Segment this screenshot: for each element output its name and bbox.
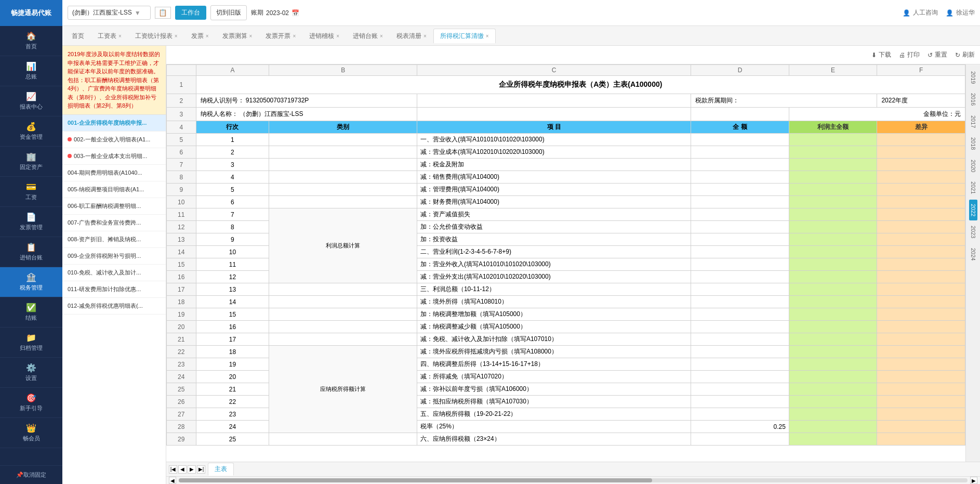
profit <box>789 421 877 433</box>
tab-invoice-issue[interactable]: 发票开票 × <box>259 29 302 43</box>
year-item-2016[interactable]: 2016 <box>969 89 977 110</box>
item: 减：弥补以前年度亏损（填写A106000） <box>417 383 691 396</box>
row-num: 21 <box>167 333 196 346</box>
row-num: 12 <box>167 221 196 233</box>
left-menu-item-009[interactable]: 009-企业所得税附补亏损明... <box>62 248 166 265</box>
tab-salary[interactable]: 工资表 × <box>91 29 128 43</box>
refresh-button[interactable]: ↻ 刷新 <box>955 50 975 59</box>
sidebar-item-member[interactable]: 👑 畅会员 <box>0 418 62 448</box>
reset-button[interactable]: ↺ 重置 <box>928 50 947 59</box>
horizontal-scrollbar[interactable]: ◀ ▶ <box>166 476 980 484</box>
amount <box>691 308 789 321</box>
sidebar-item-reports[interactable]: 📈 报表中心 <box>0 86 62 116</box>
left-menu-item-005[interactable]: 005-纳税调整项目明细表(A1... <box>62 181 166 198</box>
tab-sales-ledger[interactable]: 进销台账 × <box>346 29 390 43</box>
year-item-2017[interactable]: 2017 <box>969 111 977 132</box>
menu-item-label: 009-企业所得税附补亏损明... <box>68 252 141 260</box>
tab-close-icon[interactable]: × <box>249 33 253 39</box>
year-item-2018[interactable]: 2018 <box>969 133 977 154</box>
tab-close-icon[interactable]: × <box>423 33 427 39</box>
sheet-tab-main[interactable]: 主表 <box>208 463 234 476</box>
tab-income-tax[interactable]: 所得税汇算清缴 × <box>433 29 496 43</box>
tab-close-icon[interactable]: × <box>380 33 383 39</box>
tab-sales-check[interactable]: 进销稽核 × <box>302 29 346 43</box>
left-menu-item-008[interactable]: 008-资产折旧、摊销及纳税... <box>62 231 166 248</box>
sidebar-item-close[interactable]: ✅ 结账 <box>0 297 62 328</box>
company-name: (勿删）江西服宝-LSS <box>72 8 132 17</box>
tab-close-icon[interactable]: × <box>293 33 296 39</box>
tab-tax-list[interactable]: 税表清册 × <box>390 29 433 43</box>
sidebar-item-invoice[interactable]: 📄 发票管理 <box>0 207 62 237</box>
year-item-2023[interactable]: 2023 <box>969 221 977 242</box>
sheet-nav-prev[interactable]: ◀ <box>178 465 187 474</box>
company-selector[interactable]: (勿删）江西服宝-LSS ▼ <box>68 6 151 20</box>
left-menu-item-006[interactable]: 006-职工薪酬纳税调整明细... <box>62 198 166 215</box>
left-menu-item-003[interactable]: 003-一般企业成本支出明细... <box>62 148 166 165</box>
item: 税率（25%） <box>417 421 691 433</box>
tab-close-icon[interactable]: × <box>175 33 178 39</box>
sidebar-item-ledger[interactable]: 📊 总账 <box>0 56 62 86</box>
table-row: 9 5 减：管理费用(填写A104000) <box>167 184 965 196</box>
user-service[interactable]: 👤 人工咨询 <box>903 8 938 17</box>
tab-close-icon[interactable]: × <box>336 33 339 39</box>
row-num: 27 <box>167 408 196 421</box>
left-menu-item-001[interactable]: 001-企业所得税年度纳税申报... <box>62 115 166 132</box>
scrollbar-track[interactable] <box>179 478 968 482</box>
tab-close-icon[interactable]: × <box>486 33 489 39</box>
sheet-nav-last[interactable]: ▶| <box>197 465 205 474</box>
left-menu-item-012[interactable]: 012-减免所得税优惠明细表(... <box>62 298 166 315</box>
profit <box>789 333 877 346</box>
scroll-left-btn[interactable]: ◀ <box>169 477 176 484</box>
download-icon: ⬇ <box>871 51 877 59</box>
sidebar-item-salary[interactable]: 💳 工资 <box>0 177 62 207</box>
empty-cell <box>417 94 691 108</box>
sidebar-item-guide[interactable]: 🎯 新手引导 <box>0 388 62 418</box>
tab-home[interactable]: 首页 <box>65 29 91 43</box>
scroll-right-btn[interactable]: ▶ <box>970 477 977 484</box>
sidebar-item-settings[interactable]: ⚙️ 设置 <box>0 358 62 388</box>
diff <box>877 246 965 258</box>
sidebar-footer-pin[interactable]: 📌 取消固定 <box>0 465 62 484</box>
category <box>269 134 417 146</box>
tab-close-icon[interactable]: × <box>118 33 122 39</box>
copy-icon[interactable]: 📋 <box>155 7 171 19</box>
sidebar-item-finance[interactable]: 💰 资金管理 <box>0 116 62 147</box>
row-num: 9 <box>167 184 196 196</box>
year-item-2020[interactable]: 2020 <box>969 155 977 176</box>
sidebar-item-archive[interactable]: 📁 归档管理 <box>0 328 62 358</box>
line-num: 18 <box>196 346 269 358</box>
print-button[interactable]: 🖨 打印 <box>899 50 920 59</box>
sidebar-item-home[interactable]: 🏠 首页 <box>0 26 62 56</box>
sidebar-item-assets[interactable]: 🏢 固定资产 <box>0 147 62 177</box>
tab-salary-report[interactable]: 工资统计报表 × <box>128 29 184 43</box>
year-item-2024[interactable]: 2024 <box>969 244 977 265</box>
sheet-nav-first[interactable]: |◀ <box>169 465 177 474</box>
left-menu-item-002[interactable]: 002-一般企业收入明细表(A1... <box>62 132 166 148</box>
line-num: 2 <box>196 146 269 159</box>
tab-invoice[interactable]: 发票 × <box>184 29 216 43</box>
user-name-area[interactable]: 👤 徐运华 <box>946 8 975 17</box>
left-menu-item-007[interactable]: 007-广告费和业务宣传费跨... <box>62 215 166 231</box>
cutdate-button[interactable]: 切到旧版 <box>210 5 247 20</box>
download-button[interactable]: ⬇ 下载 <box>871 50 891 59</box>
category <box>269 159 417 171</box>
tab-invoice-calc[interactable]: 发票测算 × <box>216 29 259 43</box>
year-item-2022[interactable]: 2022 <box>969 200 977 220</box>
profit <box>789 146 877 159</box>
line-num: 7 <box>196 208 269 221</box>
diff <box>877 421 965 433</box>
left-menu-item-011[interactable]: 011-研发费用加计扣除优惠... <box>62 281 166 298</box>
calendar-icon[interactable]: 📅 <box>292 9 299 17</box>
year-item-2021[interactable]: 2021 <box>969 177 977 198</box>
tab-close-icon[interactable]: × <box>206 33 209 39</box>
row-num: 6 <box>167 146 196 159</box>
left-menu-item-010[interactable]: 010-免税、减计收入及加计... <box>62 265 166 281</box>
sheet-nav-next[interactable]: ▶ <box>188 465 196 474</box>
left-menu-item-004[interactable]: 004-期间费用明细表(A1040... <box>62 165 166 181</box>
line-num: 3 <box>196 159 269 171</box>
sidebar-item-tax[interactable]: 🏦 税务管理 <box>0 267 62 297</box>
chevron-down-icon: ▼ <box>135 9 141 17</box>
sidebar-item-salesledger[interactable]: 📋 进销台账 <box>0 237 62 267</box>
year-item-2019[interactable]: 2019 <box>969 67 977 88</box>
workbench-button[interactable]: 工作台 <box>175 6 206 20</box>
